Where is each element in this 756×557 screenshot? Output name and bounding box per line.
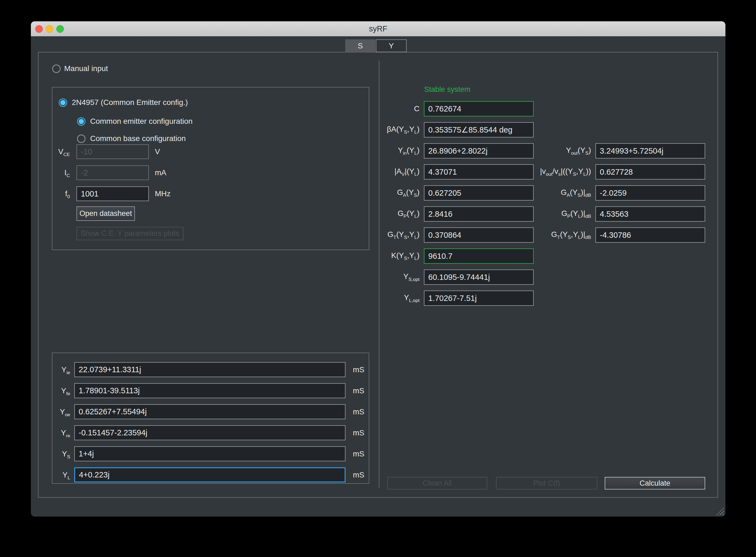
vce-row: VCE V [53, 144, 369, 159]
desktop: syRF S Y Manual input 2N4957 (Common Emi… [0, 0, 756, 557]
ba-label: βA(YS,YL) [325, 125, 424, 135]
ylopt-row: YL,opt [325, 291, 534, 306]
yout-row: Yout(YS) [497, 143, 705, 158]
ysopt-label: YS,opt [325, 272, 424, 282]
vratio-label: |vout/vs|((YS,YL)) [497, 167, 595, 177]
ic-unit: mA [155, 165, 166, 180]
yie-input[interactable] [74, 362, 346, 377]
vratio-row: |vout/vs|((YS,YL)) [497, 164, 705, 180]
ylopt-field[interactable] [424, 291, 534, 306]
gp-db-field[interactable] [595, 206, 705, 222]
yl-input[interactable] [74, 467, 346, 482]
show-ce-plots-button[interactable]: Show C.E. Y parameters plots [76, 227, 184, 240]
common-emitter-radio[interactable] [77, 117, 86, 126]
gt-db-label: GT(YS,YL)|dB [497, 230, 595, 240]
yin-label: Yin(YL) [325, 146, 424, 156]
f0-label: f0 [53, 186, 70, 204]
yfe-row: Yfe mS [53, 383, 369, 398]
resize-grip[interactable] [716, 507, 724, 515]
plot-cf-button[interactable]: Plot C(f) [496, 477, 597, 490]
ba-row: βA(YS,YL) [325, 122, 534, 138]
manual-input-option[interactable]: Manual input [52, 64, 108, 73]
yoe-row: Yoe mS [53, 404, 369, 419]
ic-label: IC [53, 165, 70, 183]
yoe-unit: mS [353, 404, 364, 419]
yfe-input[interactable] [74, 383, 346, 398]
gt-db-row: GT(YS,YL)|dB [497, 227, 705, 243]
window-title: syRF [31, 21, 725, 36]
ysopt-field[interactable] [424, 269, 534, 285]
common-base-label: Common base configuration [90, 134, 186, 143]
k-field[interactable] [424, 248, 534, 264]
gt-label: GT(YS,YL) [325, 230, 424, 240]
vratio-field[interactable] [595, 164, 705, 180]
titlebar[interactable]: syRF [31, 21, 725, 36]
k-label: K(YS,YL) [325, 251, 424, 261]
ga-label: GA(YS) [325, 188, 424, 198]
yre-row: Yre mS [53, 425, 369, 440]
av-label: |AV|(YL) [325, 167, 424, 177]
stability-status: Stable system [424, 85, 471, 94]
yfe-label: Yfe [53, 383, 70, 401]
gp-db-label: GP(YL)|dB [497, 209, 595, 219]
manual-input-label: Manual input [64, 64, 108, 73]
vce-input[interactable] [76, 144, 149, 159]
yie-unit: mS [353, 362, 364, 377]
ysopt-row: YS,opt [325, 269, 534, 285]
y-parameters-groupbox: Yie mS Yfe mS Yoe mS Yre mS YS mS YL mS [52, 353, 369, 484]
ys-row: YS mS [53, 446, 369, 461]
transistor-2n4957-option[interactable]: 2N4957 (Common Emitter config.) [59, 98, 188, 107]
ic-row: IC mA [53, 165, 369, 180]
f0-row: f0 MHz [53, 186, 369, 201]
c-label: C [325, 105, 424, 113]
manual-input-radio[interactable] [52, 64, 61, 73]
yoe-input[interactable] [74, 404, 346, 419]
common-emitter-option[interactable]: Common emitter configuration [77, 117, 193, 126]
ba-field[interactable] [424, 122, 534, 138]
ys-unit: mS [353, 446, 364, 461]
yoe-label: Yoe [53, 404, 70, 422]
common-base-radio[interactable] [77, 135, 86, 143]
ylopt-label: YL,opt [325, 293, 424, 303]
ga-db-field[interactable] [595, 185, 705, 201]
yl-row: YL mS [53, 467, 369, 482]
yre-input[interactable] [74, 425, 346, 440]
common-emitter-label: Common emitter configuration [90, 117, 193, 126]
yie-label: Yie [53, 362, 70, 380]
f0-unit: MHz [155, 186, 171, 201]
app-window: syRF S Y Manual input 2N4957 (Common Emi… [31, 21, 725, 517]
yre-unit: mS [353, 425, 364, 440]
results-side-column: Yout(YS) |vout/vs|((YS,YL)) GA(YS)|dB GP… [497, 143, 705, 248]
f0-input[interactable] [76, 186, 149, 201]
gp-label: GP(YL) [325, 209, 424, 219]
ys-input[interactable] [74, 446, 346, 461]
c-field[interactable] [424, 101, 534, 116]
tab-s[interactable]: S [345, 39, 375, 52]
yl-label: YL [53, 467, 70, 486]
gp-db-row: GP(YL)|dB [497, 206, 705, 222]
common-base-option[interactable]: Common base configuration [77, 134, 186, 143]
vce-unit: V [155, 144, 160, 159]
yl-unit: mS [353, 467, 364, 482]
y-parameter-rows: Yie mS Yfe mS Yoe mS Yre mS YS mS YL mS [53, 362, 369, 482]
yout-label: Yout(YS) [497, 146, 595, 156]
yfe-unit: mS [353, 383, 364, 398]
transistor-groupbox: 2N4957 (Common Emitter config.) Common e… [52, 87, 369, 250]
c-row: C [325, 101, 534, 116]
ic-input[interactable] [76, 165, 149, 180]
tab-y[interactable]: Y [376, 39, 407, 52]
k-row: K(YS,YL) [325, 248, 534, 264]
ys-label: YS [53, 446, 70, 464]
ga-db-label: GA(YS)|dB [497, 188, 595, 198]
clean-all-button[interactable]: Clean All [387, 477, 487, 490]
gt-db-field[interactable] [595, 227, 705, 243]
transistor-2n4957-label: 2N4957 (Common Emitter config.) [72, 98, 188, 107]
yie-row: Yie mS [53, 362, 369, 377]
calculate-button[interactable]: Calculate [605, 477, 705, 490]
vce-label: VCE [53, 144, 70, 162]
ga-db-row: GA(YS)|dB [497, 185, 705, 201]
yout-field[interactable] [595, 143, 705, 158]
open-datasheet-button[interactable]: Open datasheet [76, 206, 135, 221]
transistor-2n4957-radio[interactable] [59, 98, 67, 107]
yre-label: Yre [53, 425, 70, 443]
